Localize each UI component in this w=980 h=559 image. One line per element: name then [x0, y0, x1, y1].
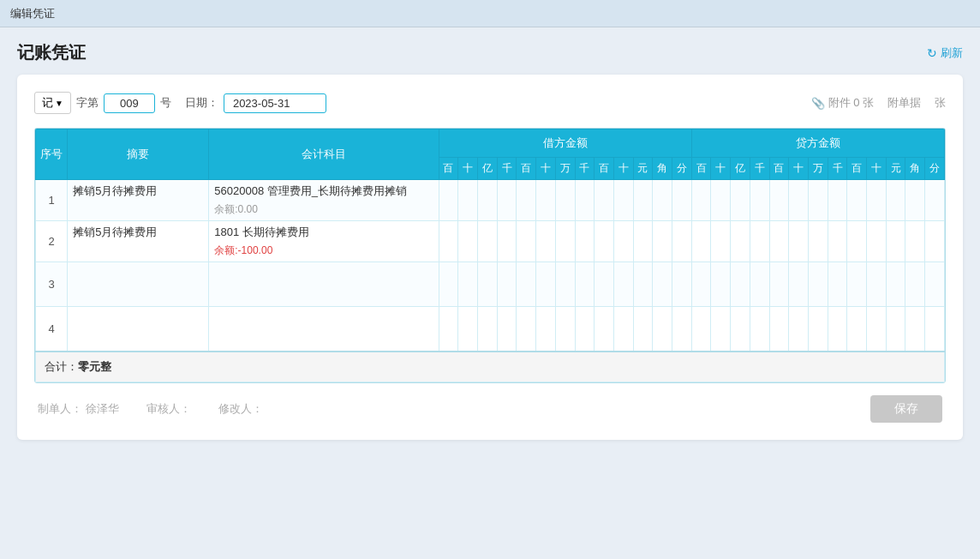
attachment-link[interactable]: 📎 附件 0 张 — [811, 95, 874, 111]
credit-digit-4-10[interactable] — [886, 307, 905, 352]
debit-digit-4-4[interactable] — [517, 307, 536, 352]
debit-digit-2-4[interactable] — [517, 221, 536, 262]
credit-digit-4-0[interactable] — [691, 307, 711, 352]
debit-digit-1-6[interactable] — [555, 180, 575, 221]
credit-digit-1-12[interactable] — [925, 180, 945, 221]
credit-digit-4-4[interactable] — [769, 307, 789, 352]
debit-digit-1-3[interactable] — [497, 180, 517, 221]
debit-digit-1-5[interactable] — [536, 180, 556, 221]
debit-digit-3-6[interactable] — [555, 262, 575, 307]
debit-digit-2-5[interactable] — [536, 221, 556, 262]
debit-digit-2-2[interactable] — [478, 221, 498, 262]
debit-digit-3-9[interactable] — [613, 262, 633, 307]
credit-digit-4-5[interactable] — [789, 307, 809, 352]
credit-digit-2-12[interactable] — [925, 221, 945, 262]
credit-digit-1-0[interactable] — [691, 180, 711, 221]
account-cell-1[interactable]: 56020008 管理费用_长期待摊费用摊销余额:0.00 — [209, 180, 439, 221]
debit-digit-2-10[interactable] — [633, 221, 653, 262]
credit-digit-1-5[interactable] — [789, 180, 809, 221]
credit-digit-3-8[interactable] — [847, 262, 867, 307]
credit-digit-3-1[interactable] — [711, 262, 731, 307]
debit-digit-1-11[interactable] — [653, 180, 672, 221]
credit-digit-2-5[interactable] — [789, 221, 809, 262]
account-cell-3[interactable] — [209, 262, 439, 307]
credit-digit-2-4[interactable] — [769, 221, 789, 262]
credit-digit-3-9[interactable] — [867, 262, 887, 307]
credit-digit-1-7[interactable] — [828, 180, 847, 221]
debit-digit-4-1[interactable] — [458, 307, 478, 352]
credit-digit-2-9[interactable] — [867, 221, 887, 262]
debit-digit-3-0[interactable] — [439, 262, 458, 307]
credit-digit-3-7[interactable] — [828, 262, 847, 307]
debit-digit-3-7[interactable] — [575, 262, 595, 307]
debit-digit-1-8[interactable] — [595, 180, 614, 221]
summary-cell-4[interactable] — [68, 307, 209, 352]
credit-digit-1-10[interactable] — [886, 180, 905, 221]
credit-digit-4-7[interactable] — [828, 307, 847, 352]
account-cell-2[interactable]: 1801 长期待摊费用余额:-100.00 — [209, 221, 439, 262]
debit-digit-1-9[interactable] — [613, 180, 633, 221]
save-button[interactable]: 保存 — [870, 395, 942, 423]
credit-digit-4-9[interactable] — [867, 307, 887, 352]
credit-digit-1-9[interactable] — [867, 180, 887, 221]
credit-digit-1-6[interactable] — [808, 180, 828, 221]
debit-digit-3-3[interactable] — [497, 262, 517, 307]
debit-digit-3-5[interactable] — [536, 262, 556, 307]
debit-digit-1-2[interactable] — [478, 180, 498, 221]
debit-digit-3-4[interactable] — [517, 262, 536, 307]
debit-digit-4-10[interactable] — [633, 307, 653, 352]
credit-digit-2-7[interactable] — [828, 221, 847, 262]
debit-digit-1-4[interactable] — [517, 180, 536, 221]
credit-digit-1-2[interactable] — [731, 180, 750, 221]
credit-digit-4-3[interactable] — [750, 307, 769, 352]
credit-digit-4-1[interactable] — [711, 307, 731, 352]
credit-digit-4-8[interactable] — [847, 307, 867, 352]
voucher-type-button[interactable]: 记 ▼ — [34, 92, 71, 114]
debit-digit-3-11[interactable] — [653, 262, 672, 307]
summary-cell-1[interactable]: 摊销5月待摊费用 — [68, 180, 209, 221]
credit-digit-1-1[interactable] — [711, 180, 731, 221]
debit-digit-4-3[interactable] — [497, 307, 517, 352]
debit-digit-1-12[interactable] — [672, 180, 692, 221]
debit-digit-2-12[interactable] — [672, 221, 692, 262]
debit-digit-3-8[interactable] — [595, 262, 614, 307]
debit-digit-1-1[interactable] — [458, 180, 478, 221]
debit-digit-4-5[interactable] — [536, 307, 556, 352]
credit-digit-3-4[interactable] — [769, 262, 789, 307]
credit-digit-2-1[interactable] — [711, 221, 731, 262]
credit-digit-2-2[interactable] — [731, 221, 750, 262]
credit-digit-4-6[interactable] — [808, 307, 828, 352]
voucher-number-input[interactable] — [104, 93, 155, 113]
credit-digit-1-4[interactable] — [769, 180, 789, 221]
debit-digit-4-6[interactable] — [555, 307, 575, 352]
debit-digit-4-11[interactable] — [653, 307, 672, 352]
credit-digit-3-12[interactable] — [925, 262, 945, 307]
account-cell-4[interactable] — [209, 307, 439, 352]
credit-digit-2-3[interactable] — [750, 221, 769, 262]
debit-digit-1-7[interactable] — [575, 180, 595, 221]
debit-digit-2-9[interactable] — [613, 221, 633, 262]
refresh-button[interactable]: ↻ 刷新 — [927, 45, 963, 61]
credit-digit-3-11[interactable] — [905, 262, 925, 307]
credit-digit-3-6[interactable] — [808, 262, 828, 307]
debit-digit-4-7[interactable] — [575, 307, 595, 352]
debit-digit-3-12[interactable] — [672, 262, 692, 307]
debit-digit-4-9[interactable] — [613, 307, 633, 352]
credit-digit-2-8[interactable] — [847, 221, 867, 262]
summary-cell-2[interactable]: 摊销5月待摊费用 — [68, 221, 209, 262]
debit-digit-4-8[interactable] — [595, 307, 614, 352]
credit-digit-3-5[interactable] — [789, 262, 809, 307]
credit-digit-2-11[interactable] — [905, 221, 925, 262]
credit-digit-4-11[interactable] — [905, 307, 925, 352]
date-input[interactable] — [224, 93, 326, 113]
credit-digit-2-0[interactable] — [691, 221, 711, 262]
credit-digit-1-3[interactable] — [750, 180, 769, 221]
debit-digit-2-11[interactable] — [653, 221, 672, 262]
credit-digit-3-3[interactable] — [750, 262, 769, 307]
credit-digit-1-8[interactable] — [847, 180, 867, 221]
debit-digit-4-2[interactable] — [478, 307, 498, 352]
single-doc-label[interactable]: 附单据 — [887, 95, 921, 111]
summary-cell-3[interactable] — [68, 262, 209, 307]
credit-digit-2-10[interactable] — [886, 221, 905, 262]
debit-digit-2-6[interactable] — [555, 221, 575, 262]
